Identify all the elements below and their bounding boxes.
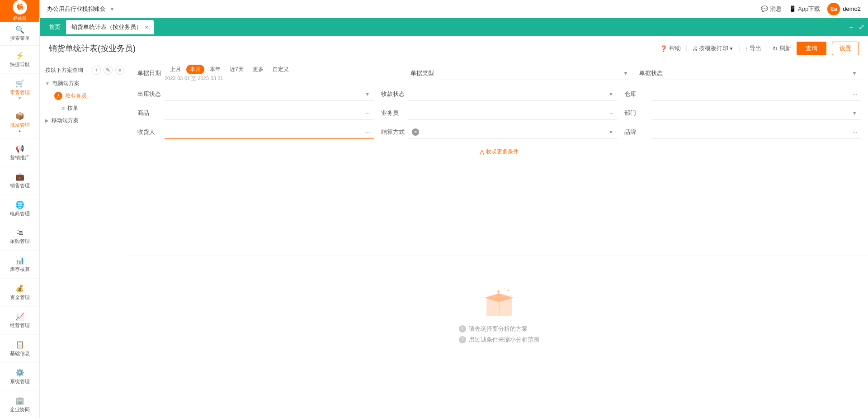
sidebar-item-system[interactable]: ⚙️ 系统管理 [0, 363, 39, 391]
tree-label-by-salesperson: 按业务员 [65, 92, 87, 100]
sidebar-item-purchase[interactable]: 🛍 采购管理 [0, 223, 39, 251]
sidebar-item-wholesale[interactable]: 📦 批发管理 ▲ [0, 106, 39, 139]
tab-home[interactable]: 首页 [43, 20, 66, 34]
date-label: 单据日期 [137, 69, 165, 77]
empty-tip-2: 2 用过滤条件来缩小分析范围 [459, 336, 539, 344]
doc-status-input[interactable]: ▼ [666, 66, 861, 80]
wholesale-label: 批发管理 [10, 122, 30, 128]
department-input[interactable]: ▼ [651, 106, 861, 120]
logo-text: 标账版 [13, 15, 27, 22]
doc-type-input[interactable]: ▼ [438, 66, 632, 80]
date-tab-this-month[interactable]: 本月 [186, 65, 204, 74]
header-left: 办公用品行业模拟账套 ▼ [47, 5, 115, 13]
sidebar-item-retail[interactable]: 🛒 零售管理 ▼ [0, 74, 39, 106]
filter-row-1: 单据日期 上月 本月 本年 近7天 更多 自定义 20 [137, 65, 861, 82]
operation-label: 经营管理 [10, 322, 30, 329]
receipt-status-dropdown-icon: ▼ [608, 91, 613, 97]
sidebar-item-marketing[interactable]: 📢 营销推广 [0, 139, 39, 167]
tree-item-by-order[interactable]: ≡ 按单 [40, 102, 130, 114]
consignee-input[interactable]: ··· [165, 125, 374, 139]
system-label: 系统管理 [10, 378, 30, 385]
salesperson-input[interactable]: ··· [408, 106, 618, 120]
brand-input[interactable]: ··· [651, 125, 861, 139]
collapse-btn[interactable]: ⋀ 收起更多条件 [478, 146, 520, 157]
marketing-icon: 📢 [15, 144, 24, 153]
tree-item-by-salesperson[interactable]: 人 按业务员 [40, 90, 130, 102]
operation-icon: 📈 [15, 312, 24, 321]
inventory-label: 库存核算 [10, 266, 30, 273]
empty-illustration [476, 283, 522, 319]
empty-tip-1: 1 请先选择要分析的方案 [459, 325, 539, 333]
retail-arrow: ▼ [18, 96, 22, 100]
tab-close-icon[interactable]: ✕ [145, 25, 148, 30]
date-tab-more[interactable]: 更多 [249, 65, 267, 74]
search-icon: 🔍 [15, 25, 24, 34]
date-tab-this-year[interactable]: 本年 [206, 65, 224, 74]
divider-1 [686, 45, 687, 52]
svg-point-2 [507, 289, 509, 291]
header-right: 💬 消息 📱 App下载 Ea demo2 [761, 3, 861, 15]
salesperson-icon: 人 [54, 92, 62, 100]
goods-input[interactable]: ··· [165, 106, 374, 120]
filter-brand-field: 品牌 ··· [624, 125, 861, 139]
tree-arrow-mobile: ▶ [45, 118, 49, 123]
sidebar-item-sales[interactable]: 💼 销售管理 [0, 167, 39, 195]
tree-label-mobile: 移动端方案 [52, 117, 79, 124]
sidebar-item-enterprise[interactable]: 🏢 企业协同 [0, 391, 39, 418]
receipt-status-input[interactable]: ▼ [408, 87, 618, 101]
search-menu[interactable]: 🔍 搜索菜单 [0, 22, 39, 46]
export-icon: ↑ [745, 45, 748, 52]
tree-item-desktop[interactable]: ▼ 电脑端方案 [40, 77, 130, 90]
page-title: 销货单统计表(按业务员) [49, 43, 136, 54]
sidebar-item-inventory[interactable]: 📊 库存核算 [0, 251, 39, 279]
purchase-label: 采购管理 [10, 238, 30, 245]
tab-minimize-icon[interactable]: － [848, 23, 855, 32]
left-panel: 按以下方案查询 + ✎ « ▼ 电脑端方案 人 按业务员 [40, 59, 130, 418]
date-tab-7days[interactable]: 近7天 [226, 65, 247, 74]
receipt-status-label: 收款状态 [381, 90, 408, 98]
refresh-btn[interactable]: ↻ 刷新 [773, 44, 791, 52]
message-label: 消息 [770, 5, 782, 13]
retail-icon: 🛒 [15, 79, 24, 88]
help-label: 帮助 [669, 44, 681, 52]
tree-item-mobile[interactable]: ▶ 移动端方案 [40, 114, 130, 127]
print-icon: 🖨 [692, 45, 698, 52]
settlement-input[interactable]: ✕ ▼ [408, 125, 618, 139]
add-scheme-btn[interactable]: + [92, 66, 101, 75]
settlement-clear-btn[interactable]: ✕ [412, 128, 419, 136]
page-header: 销货单统计表(按业务员) ❓ 帮助 🖨 按模板打印 ▼ ↑ 导出 [40, 36, 868, 59]
date-tab-custom[interactable]: 自定义 [269, 65, 292, 74]
collapse-panel-btn[interactable]: « [115, 66, 124, 75]
query-button[interactable]: 查询 [797, 42, 826, 55]
print-btn[interactable]: 🖨 按模板打印 ▼ [692, 44, 734, 52]
user-profile[interactable]: Ea demo2 [827, 3, 861, 15]
sidebar-item-finance[interactable]: 💰 资金管理 [0, 279, 39, 307]
warehouse-input[interactable]: ··· [651, 87, 861, 101]
help-icon: ❓ [660, 45, 667, 52]
out-status-label: 出库状态 [137, 90, 165, 98]
wholesale-arrow: ▲ [18, 128, 22, 133]
retail-label: 零售管理 [10, 89, 30, 96]
left-panel-title: 按以下方案查询 [45, 66, 83, 74]
sidebar-item-operation[interactable]: 📈 经营管理 [0, 307, 39, 335]
out-status-input[interactable]: ▼ [165, 87, 374, 101]
empty-svg [476, 283, 522, 319]
right-area: 单据日期 上月 本月 本年 近7天 更多 自定义 20 [130, 59, 868, 418]
settings-button[interactable]: 设置 [832, 42, 859, 55]
refresh-label: 刷新 [779, 44, 791, 52]
content-layout: 按以下方案查询 + ✎ « ▼ 电脑端方案 人 按业务员 [40, 59, 868, 418]
sidebar-shortcut[interactable]: ⚡ 快捷导航 [0, 46, 39, 74]
message-btn[interactable]: 💬 消息 [761, 5, 782, 13]
date-tab-last-month[interactable]: 上月 [166, 65, 184, 74]
sidebar-item-basic[interactable]: 📋 基础信息 [0, 335, 39, 363]
export-btn[interactable]: ↑ 导出 [745, 44, 762, 52]
tree-label-desktop: 电脑端方案 [52, 80, 80, 87]
purchase-icon: 🛍 [16, 228, 24, 237]
wholesale-icon: 📦 [15, 112, 24, 120]
edit-scheme-btn[interactable]: ✎ [104, 66, 113, 75]
tab-sales-report[interactable]: 销货单统计表（按业务员） ✕ [66, 20, 154, 34]
help-btn[interactable]: ❓ 帮助 [660, 44, 681, 52]
tab-maximize-icon[interactable]: ⤢ [859, 23, 864, 32]
app-download-btn[interactable]: 📱 App下载 [789, 5, 820, 13]
sidebar-item-ecommerce[interactable]: 🌐 电商管理 [0, 195, 39, 223]
